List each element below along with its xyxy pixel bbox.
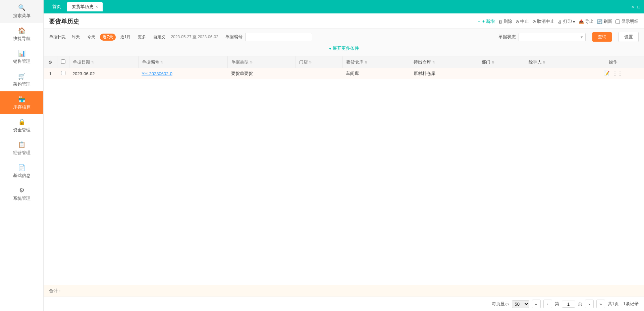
new-button[interactable]: ＋ + 新增 bbox=[477, 18, 495, 25]
row-checkbox[interactable] bbox=[61, 71, 65, 75]
date-option-1month[interactable]: 近1月 bbox=[118, 34, 133, 41]
col-checkbox bbox=[57, 56, 69, 68]
edit-action-button[interactable]: 📝 bbox=[603, 71, 610, 77]
sidebar-item-label: 搜索菜单 bbox=[13, 13, 31, 19]
doc-no-input[interactable] bbox=[245, 33, 312, 41]
date-option-today[interactable]: 今天 bbox=[85, 34, 98, 41]
doc-status-select-wrap bbox=[519, 33, 586, 41]
sales-mgmt-icon: 📊 bbox=[18, 50, 25, 57]
sort-reqwh-icon: ⇅ bbox=[365, 60, 367, 64]
total-info: 共1页，1条记录 bbox=[608, 301, 639, 307]
doc-status-label: 单据状态 bbox=[498, 34, 516, 40]
ops-mgmt-icon: 📋 bbox=[18, 141, 25, 148]
select-all-checkbox[interactable] bbox=[61, 59, 65, 64]
col-dept[interactable]: 部门 ⇅ bbox=[478, 56, 525, 68]
date-range-text: 2023-05-27 至 2023-06-02 bbox=[171, 34, 218, 40]
query-button[interactable]: 查询 bbox=[592, 32, 612, 42]
filter-area: 单据日期 昨天 今天 近7天 近1月 更多 自定义 2023-05-27 至 2… bbox=[44, 29, 644, 56]
col-doc-type[interactable]: 单据类型 ⇅ bbox=[228, 56, 296, 68]
sort-date-icon: ⇅ bbox=[91, 60, 94, 64]
sidebar-item-label: 库存核算 bbox=[13, 104, 31, 110]
print-dropdown-icon: ▾ bbox=[573, 19, 575, 24]
next-page-button[interactable]: › bbox=[585, 300, 594, 308]
sidebar-item-basic-info[interactable]: 📄 基础信息 bbox=[0, 160, 43, 183]
print-icon: 🖨 bbox=[558, 19, 562, 24]
cancel-stop-button[interactable]: ⊘ 取消中止 bbox=[532, 18, 554, 25]
settings-button[interactable]: 设置 bbox=[619, 32, 639, 42]
row-date: 2023-06-02 bbox=[69, 68, 138, 79]
page-title: 要货单历史 bbox=[49, 17, 79, 26]
doc-status-select[interactable] bbox=[519, 33, 586, 41]
add-icon: ＋ bbox=[477, 18, 481, 25]
tab-home[interactable]: 首页 bbox=[48, 2, 66, 11]
sidebar-item-finance-mgmt[interactable]: 🔒 资金管理 bbox=[0, 114, 43, 137]
row-handler bbox=[525, 68, 582, 79]
tab-requisition-history[interactable]: 要货单历史 × bbox=[67, 2, 103, 11]
col-handler[interactable]: 经手人 ⇅ bbox=[525, 56, 582, 68]
topbar-right-actions: × □ bbox=[632, 4, 640, 9]
table-header-row: ⚙ 单据日期 ⇅ 单据编号 ⇅ 单据类型 bbox=[44, 56, 644, 68]
delete-button[interactable]: 🗑 删除 bbox=[498, 18, 512, 25]
sort-pendwh-icon: ⇅ bbox=[432, 60, 435, 64]
pagination: 每页显示 50 10 20 100 « ‹ 第 页 › » 共1页，1条记录 bbox=[44, 297, 644, 311]
print-button[interactable]: 🖨 打印 ▾ bbox=[558, 18, 575, 25]
current-page-input[interactable] bbox=[562, 301, 575, 308]
date-option-custom[interactable]: 自定义 bbox=[151, 34, 168, 41]
sidebar-item-sys-mgmt[interactable]: ⚙ 系统管理 bbox=[0, 183, 43, 206]
more-action-button[interactable]: ⋮⋮ bbox=[612, 71, 623, 77]
date-option-yesterday[interactable]: 昨天 bbox=[69, 34, 83, 41]
table-body: 1 2023-06-02 YH-20230602-0 要货单要货 车间库 原材料… bbox=[44, 68, 644, 79]
date-range-display: 2023-05-27 至 2023-06-02 bbox=[171, 34, 218, 40]
refresh-icon: 🔄 bbox=[597, 19, 602, 24]
sort-doctype-icon: ⇅ bbox=[250, 60, 253, 64]
sidebar-item-label: 基础信息 bbox=[13, 173, 31, 179]
page-suffix: 页 bbox=[578, 301, 582, 307]
row-pending-warehouse: 原材料仓库 bbox=[410, 68, 478, 79]
close-tab-icon[interactable]: × bbox=[96, 4, 98, 9]
col-pending-warehouse[interactable]: 待出仓库 ⇅ bbox=[410, 56, 478, 68]
expand-icon: ▾ bbox=[329, 46, 331, 51]
per-page-label: 每页显示 bbox=[492, 301, 509, 307]
content-area: 要货单历史 ＋ + 新增 🗑 删除 ⊘ 中止 ⊘ 取消中止 bbox=[44, 13, 644, 311]
sidebar-item-search-menu[interactable]: 🔍 搜索菜单 bbox=[0, 0, 43, 23]
col-store[interactable]: 门店 ⇅ bbox=[296, 56, 342, 68]
col-doc-no[interactable]: 单据编号 ⇅ bbox=[138, 56, 228, 68]
prev-page-button[interactable]: ‹ bbox=[543, 300, 552, 308]
sort-dept-icon: ⇅ bbox=[492, 60, 494, 64]
purchase-mgmt-icon: 🛒 bbox=[18, 73, 25, 80]
sidebar-item-sales-mgmt[interactable]: 📊 销售管理 bbox=[0, 46, 43, 69]
toolbar: ＋ + 新增 🗑 删除 ⊘ 中止 ⊘ 取消中止 🖨 打印 bbox=[477, 18, 639, 25]
inventory-icon: 🏪 bbox=[18, 95, 25, 103]
expand-more-button[interactable]: ▾ 展开更多条件 bbox=[49, 44, 639, 53]
export-button[interactable]: 📤 导出 bbox=[579, 18, 594, 25]
topbar: 首页 要货单历史 × × □ bbox=[44, 0, 644, 13]
first-page-button[interactable]: « bbox=[532, 300, 541, 308]
page-label: 第 bbox=[555, 301, 559, 307]
sidebar-item-ops-mgmt[interactable]: 📋 经营管理 bbox=[0, 137, 43, 160]
sidebar: 🔍 搜索菜单 🏠 快捷导航 📊 销售管理 🛒 采购管理 🏪 库存核算 🔒 资金管… bbox=[0, 0, 44, 311]
sidebar-item-purchase-mgmt[interactable]: 🛒 采购管理 bbox=[0, 69, 43, 91]
display-detail-checkbox[interactable] bbox=[615, 19, 620, 24]
window-close-icon[interactable]: × bbox=[632, 4, 634, 9]
display-detail-toggle[interactable]: 显示明细 bbox=[615, 18, 639, 25]
sidebar-item-inventory[interactable]: 🏪 库存核算 bbox=[0, 91, 43, 114]
refresh-button[interactable]: 🔄 刷新 bbox=[597, 18, 612, 25]
doc-no-label: 单据编号 bbox=[225, 34, 243, 40]
date-option-more[interactable]: 更多 bbox=[135, 34, 149, 41]
sys-mgmt-icon: ⚙ bbox=[19, 187, 24, 194]
last-page-button[interactable]: » bbox=[596, 300, 605, 308]
col-settings[interactable]: ⚙ bbox=[44, 56, 57, 68]
row-doc-no[interactable]: YH-20230602-0 bbox=[138, 68, 228, 79]
row-actions: 📝 ⋮⋮ bbox=[582, 68, 644, 79]
date-option-7days[interactable]: 近7天 bbox=[100, 34, 116, 41]
row-doc-type: 要货单要货 bbox=[228, 68, 296, 79]
page-size-select[interactable]: 50 10 20 100 bbox=[512, 300, 529, 308]
search-menu-icon: 🔍 bbox=[18, 4, 25, 11]
table-footer: 合计： bbox=[44, 285, 644, 297]
sidebar-item-quick-nav[interactable]: 🏠 快捷导航 bbox=[0, 23, 43, 46]
stop-button[interactable]: ⊘ 中止 bbox=[516, 18, 529, 25]
col-req-warehouse[interactable]: 要货仓库 ⇅ bbox=[342, 56, 410, 68]
col-date[interactable]: 单据日期 ⇅ bbox=[69, 56, 138, 68]
sort-store-icon: ⇅ bbox=[309, 60, 312, 64]
window-maximize-icon[interactable]: □ bbox=[637, 4, 640, 9]
